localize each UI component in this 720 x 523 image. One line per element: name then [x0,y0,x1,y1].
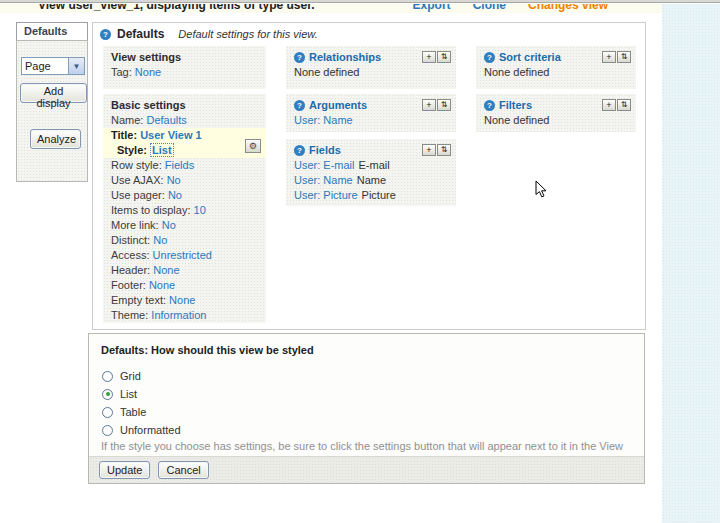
page-background-strip [662,4,720,523]
view-settings-title: View settings [111,50,258,65]
help-icon[interactable]: ? [294,52,305,63]
relationships-title-link[interactable]: Relationships [309,50,381,65]
help-icon[interactable]: ? [294,100,305,111]
setting-value-link[interactable]: No [167,174,181,186]
radio-option-table[interactable]: Table [102,406,146,418]
field-item-label: Name [357,174,386,186]
setting-label: Items to display: [111,204,190,216]
view-title: View user_view_1, displaying items of ty… [38,4,315,12]
radio-button-selected[interactable] [102,389,113,400]
panel-fields: ? Fields User: E-mailE-mail User: NameNa… [286,139,456,206]
radio-option-list[interactable]: List [102,388,137,400]
add-icon[interactable]: + [602,99,616,111]
add-icon[interactable]: + [422,144,436,156]
cancel-button[interactable]: Cancel [158,461,208,479]
setting-value-link[interactable]: None [149,279,175,291]
gear-icon[interactable]: ⚙ [245,139,261,153]
tag-label: Tag: [111,66,132,78]
panel-view-settings: View settings Tag: None [103,46,266,89]
panel-filters: ? Filters None defined + ⇅ [476,94,636,132]
setting-value-link[interactable]: 10 [194,204,206,216]
field-item-label: Picture [362,189,396,201]
argument-item-link[interactable]: User: Name [294,114,353,126]
field-item-label: E-mail [359,159,390,171]
rearrange-icon[interactable]: ⇅ [617,51,631,63]
field-item-link[interactable]: User: E-mail [294,159,355,171]
tab-defaults[interactable]: Defaults [16,22,88,40]
setting-value-link[interactable]: No [162,219,176,231]
setting-value-link[interactable]: Fields [165,159,194,171]
setting-value-link[interactable]: Information [151,309,206,321]
panel-basic-settings: Basic settings Name: Defaults Title: Use… [103,94,266,323]
setting-value-link[interactable]: User View 1 [140,129,202,141]
style-form-title: Defaults: How should this view be styled [101,344,314,356]
radio-button[interactable] [102,407,113,418]
add-icon[interactable]: + [422,51,436,63]
setting-value-link[interactable]: Defaults [146,114,186,126]
rearrange-icon[interactable]: ⇅ [437,51,451,63]
summary-header: ? Defaults Default settings for this vie… [93,23,645,41]
tag-value-link[interactable]: None [135,66,161,78]
field-item-link[interactable]: User: Name [294,174,353,186]
radio-button[interactable] [102,425,113,436]
summary-description: Default settings for this view. [178,28,317,40]
add-icon[interactable]: + [602,51,616,63]
setting-value-link[interactable]: None [153,264,179,276]
setting-value-link[interactable]: Unrestricted [153,249,212,261]
sort-criteria-title-link[interactable]: Sort criteria [499,50,561,65]
help-icon[interactable]: ? [484,100,495,111]
setting-label: Theme: [111,309,148,321]
add-display-button[interactable]: Add display [20,83,87,103]
summary-title: Defaults [117,27,164,41]
views-edit-page: { "topbar": { "title": "View user_view_1… [0,0,720,523]
setting-label: Footer: [111,279,146,291]
arguments-title-link[interactable]: Arguments [309,98,367,113]
update-button[interactable]: Update [99,461,150,479]
clone-link[interactable]: Clone [473,4,506,12]
sort-criteria-empty: None defined [484,65,628,80]
setting-label: Name: [111,114,143,126]
rearrange-icon[interactable]: ⇅ [617,99,631,111]
display-type-select[interactable]: Page ▼ [21,57,85,75]
panel-relationships: ? Relationships None defined + ⇅ [286,46,456,89]
filters-empty: None defined [484,113,628,128]
setting-label: Use pager: [111,189,165,201]
style-value-link[interactable]: List [150,143,174,157]
help-icon[interactable]: ? [484,52,495,63]
view-title-bar: View user_view_1, displaying items of ty… [0,4,662,13]
setting-label: Use AJAX: [111,174,164,186]
rearrange-icon[interactable]: ⇅ [437,99,451,111]
basic-settings-title: Basic settings [111,98,258,113]
add-icon[interactable]: + [422,99,436,111]
analyze-button[interactable]: Analyze [30,129,81,149]
help-icon[interactable]: ? [100,29,111,40]
setting-label: Access: [111,249,150,261]
display-controls-box: Page ▼ Add display Analyze [16,40,88,182]
radio-button[interactable] [102,371,113,382]
chevron-down-icon[interactable]: ▼ [68,58,84,74]
rearrange-icon[interactable]: ⇅ [437,144,451,156]
filters-title-link[interactable]: Filters [499,98,532,113]
setting-value-link[interactable]: No [168,189,182,201]
relationships-empty: None defined [294,65,448,80]
radio-option-unformatted[interactable]: Unformatted [102,424,181,436]
fields-title-link[interactable]: Fields [309,143,341,158]
setting-label: More link: [111,219,159,231]
export-link[interactable]: Export [413,4,451,12]
radio-label: List [120,388,137,400]
setting-label: Empty text: [111,294,166,306]
changes-view-link[interactable]: Changes view [528,4,608,12]
setting-label: Row style: [111,159,162,171]
radio-option-grid[interactable]: Grid [102,370,141,382]
setting-label: Style: [117,144,147,156]
clipped-toolbar-edge [0,0,720,3]
view-summary-box: ? Defaults Default settings for this vie… [92,22,646,330]
panel-sort-criteria: ? Sort criteria None defined + ⇅ [476,46,636,89]
field-item-link[interactable]: User: Picture [294,189,358,201]
radio-label: Table [120,406,146,418]
help-icon[interactable]: ? [294,145,305,156]
setting-label: Header: [111,264,150,276]
setting-value-link[interactable]: No [153,234,167,246]
setting-value-link[interactable]: None [169,294,195,306]
mouse-cursor-icon [535,180,547,198]
